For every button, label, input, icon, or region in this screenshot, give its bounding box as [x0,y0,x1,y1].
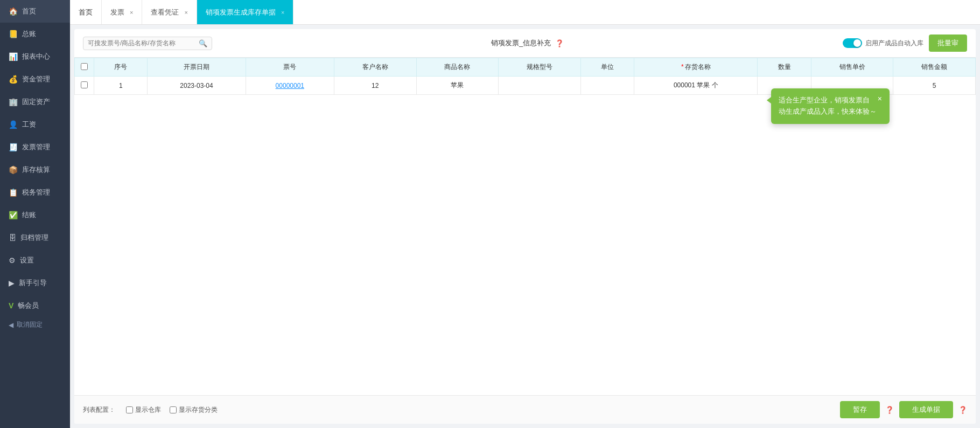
sidebar-item-invoice[interactable]: 🧾 发票管理 [0,136,70,158]
table-header-row: 序号 开票日期 票号 客户名称 商品名称 规格型号 单位 *存货名称 数量 销售… [75,58,976,77]
reports-icon: 📊 [9,52,18,61]
row-checkbox-cell[interactable] [75,77,94,95]
cell-customer: 12 [334,77,417,95]
archive-icon: 🗄 [9,233,16,242]
th-customer: 客户名称 [334,58,417,77]
toggle-label: 启用产成品自动入库 [865,39,923,48]
info-label: 销项发票_信息补充 [491,38,551,48]
home-icon: 🏠 [9,7,18,16]
labor-icon: 👤 [9,120,18,129]
th-spec: 规格型号 [499,58,581,77]
sidebar-item-labor[interactable]: 👤 工资 [0,113,70,136]
footer-config-label: 列表配置： [83,405,115,415]
tab-invoice[interactable]: 发票 × [102,0,142,24]
tab-home[interactable]: 首页 [70,0,102,24]
th-checkbox[interactable] [75,58,94,77]
cell-date: 2023-03-04 [148,77,246,95]
toggle-knob [853,39,861,47]
select-all-checkbox[interactable] [81,63,88,70]
cell-stock[interactable]: 000001 苹果 个 [634,77,758,95]
settings-icon: ⚙ [9,256,16,265]
sidebar-item-assets[interactable]: 🏢 固定资产 [0,91,70,113]
generate-button[interactable]: 生成单据 [899,401,953,418]
ledger-icon: 📒 [9,30,18,38]
main-area: 首页 发票 × 查看凭证 × 销项发票生成库存单据 × 🔍 销项发票_信息补充 … [70,0,980,428]
th-amount: 销售金额 [893,58,976,77]
tab-credit-close[interactable]: × [281,9,284,16]
th-price: 销售单价 [811,58,893,77]
tooltip-bubble: × 适合生产型企业，销项发票自动生成产成品入库，快来体验～ [771,88,890,124]
search-icon: 🔍 [199,39,207,47]
tax-icon: 📋 [9,188,18,197]
vip-icon: V [9,301,13,310]
sidebar-item-ledger[interactable]: 📒 总账 [0,23,70,45]
sidebar-item-capital[interactable]: 💰 资金管理 [0,68,70,91]
sidebar-item-closing[interactable]: ✅ 结账 [0,204,70,226]
cell-spec [499,77,581,95]
inventory-icon: 📦 [9,165,18,174]
th-unit: 单位 [580,58,634,77]
unpin-label: 取消固定 [17,320,43,329]
th-seq: 序号 [94,58,148,77]
save-button[interactable]: 暂存 [840,401,880,418]
show-category-input[interactable] [170,406,177,413]
page-content: 🔍 销项发票_信息补充 ❓ 启用产成品自动入库 批量审 [74,29,976,424]
assets-icon: 🏢 [9,98,18,106]
sidebar-item-guide[interactable]: ▶ 新手引导 [0,272,70,294]
cell-number[interactable]: 00000001 [246,77,334,95]
unpin-icon: ◀ [9,321,13,329]
tab-bar: 首页 发票 × 查看凭证 × 销项发票生成库存单据 × [70,0,980,25]
show-warehouse-checkbox[interactable]: 显示仓库 [126,405,161,415]
tab-voucher-close[interactable]: × [184,9,187,16]
capital-icon: 💰 [9,75,18,84]
toggle-switch: 启用产成品自动入库 [843,38,923,48]
generate-help-icon[interactable]: ❓ [958,406,967,414]
auto-warehouse-toggle[interactable] [843,38,862,48]
sidebar-item-home[interactable]: 🏠 首页 [0,0,70,23]
sidebar: 🏠 首页 📒 总账 📊 报表中心 💰 资金管理 🏢 固定资产 👤 工资 🧾 发票… [0,0,70,428]
guide-icon: ▶ [9,279,15,287]
tab-voucher[interactable]: 查看凭证 × [142,0,197,24]
sidebar-item-reports[interactable]: 📊 报表中心 [0,45,70,68]
cell-seq: 1 [94,77,148,95]
sidebar-item-inventory[interactable]: 📦 库存核算 [0,158,70,181]
search-input[interactable] [88,39,195,47]
sidebar-item-archive[interactable]: 🗄 归档管理 [0,226,70,249]
closing-icon: ✅ [9,211,18,219]
invoice-icon: 🧾 [9,143,18,151]
sidebar-item-tax[interactable]: 📋 税务管理 [0,181,70,204]
tab-credit[interactable]: 销项发票生成库存单据 × [197,0,293,24]
footer-actions: 暂存 ❓ 生成单据 ❓ [840,401,967,418]
cell-unit [580,77,634,95]
batch-button[interactable]: 批量审 [929,34,967,52]
save-help-icon[interactable]: ❓ [885,406,894,414]
show-warehouse-input[interactable] [126,406,133,413]
th-qty: 数量 [758,58,811,77]
th-product: 商品名称 [416,58,499,77]
footer-checkbox-group: 显示仓库 显示存货分类 [126,405,218,415]
th-stock: *存货名称 [634,58,758,77]
tooltip-close-button[interactable]: × [878,95,882,102]
unpin-bar[interactable]: ◀ 取消固定 [0,317,70,333]
toolbar-center: 销项发票_信息补充 ❓ [218,38,837,48]
th-date: 开票日期 [148,58,246,77]
sidebar-item-settings[interactable]: ⚙ 设置 [0,249,70,272]
cell-product: 苹果 [416,77,499,95]
toolbar: 🔍 销项发票_信息补充 ❓ 启用产成品自动入库 批量审 [74,29,976,58]
search-box[interactable]: 🔍 [83,37,212,50]
info-help-icon[interactable]: ❓ [555,39,564,47]
tab-invoice-close[interactable]: × [130,9,133,16]
sidebar-item-vip[interactable]: V 畅会员 [0,294,70,317]
footer: 列表配置： 显示仓库 显示存货分类 暂存 ❓ 生成单据 ❓ [74,395,976,424]
cell-amount: 5 [893,77,976,95]
show-category-checkbox[interactable]: 显示存货分类 [170,405,218,415]
tooltip-text: 适合生产型企业，销项发票自动生成产成品入库，快来体验～ [779,96,877,115]
th-number: 票号 [246,58,334,77]
row-checkbox[interactable] [81,81,88,88]
toolbar-right: 启用产成品自动入库 批量审 [843,34,967,52]
